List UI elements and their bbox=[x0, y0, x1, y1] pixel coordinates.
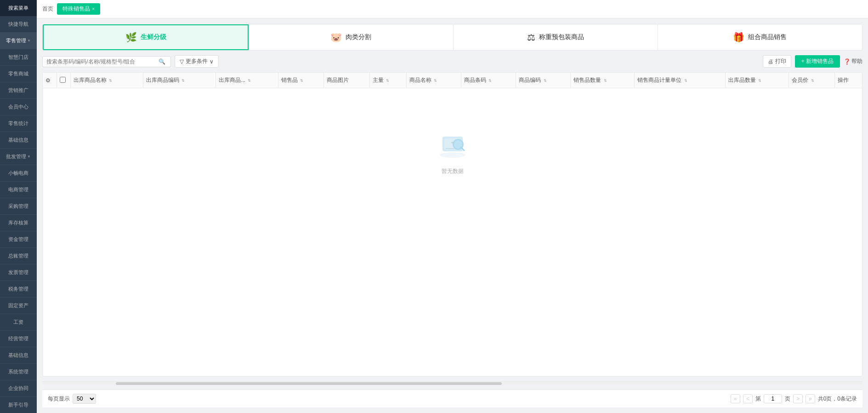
th-main-weight[interactable]: 主量 ⇅ bbox=[369, 73, 406, 88]
content-area: 🌿 生鲜分级 🐷 肉类分割 ⚖ 称重预包装商品 🎁 组合商品销售 🔍 bbox=[37, 18, 868, 413]
horizontal-scrollbar[interactable] bbox=[42, 381, 862, 385]
th-goods-code[interactable]: 商品编码 ⇅ bbox=[516, 73, 571, 88]
sidebar-item-label: 快捷导航 bbox=[8, 21, 28, 28]
data-table: ⚙ 出库商品名称 ⇅ 出库商品编码 ⇅ bbox=[43, 73, 862, 212]
last-page-button[interactable]: » bbox=[806, 394, 815, 403]
sidebar-item-label: 税务管理 bbox=[8, 286, 28, 293]
category-tabs: 🌿 生鲜分级 🐷 肉类分割 ⚖ 称重预包装商品 🎁 组合商品销售 bbox=[42, 24, 862, 51]
sidebar-item-smart-store[interactable]: 智慧门店 bbox=[0, 49, 37, 66]
new-sales-button[interactable]: + 新增销售品 bbox=[795, 55, 840, 68]
page-suffix-label: 页 bbox=[785, 395, 790, 403]
sidebar-item-label: 系统管理 bbox=[8, 368, 28, 375]
sidebar-item-member[interactable]: 会员中心 bbox=[0, 99, 37, 115]
th-out-qty[interactable]: 出库品数量 ⇅ bbox=[725, 73, 789, 88]
sidebar-item-promo[interactable]: 营销推广 bbox=[0, 82, 37, 99]
sort-icon: ⇅ bbox=[544, 79, 547, 83]
th-sales-goods[interactable]: 销售品 ⇅ bbox=[278, 73, 324, 88]
tab-weight-prepack-label: 称重预包装商品 bbox=[539, 33, 584, 41]
sidebar-item-label: 新手引导 bbox=[8, 402, 28, 408]
sort-icon: ⇅ bbox=[758, 79, 761, 83]
th-goods-barcode[interactable]: 商品条码 ⇅ bbox=[461, 73, 516, 88]
col-out-goods-x: 出库商品... bbox=[219, 77, 245, 83]
sidebar-item-wholesale-mgmt[interactable]: 批发管理 ▼ bbox=[0, 149, 37, 165]
page-size-select[interactable]: 10 20 50 100 bbox=[73, 394, 96, 404]
col-sales-goods: 销售品 bbox=[281, 77, 298, 83]
filter-label: 更多条件 bbox=[186, 57, 208, 65]
col-goods-code: 商品编码 bbox=[519, 77, 541, 83]
tab-fresh-grading[interactable]: 🌿 生鲜分级 bbox=[43, 24, 249, 50]
chevron-down-icon: ▼ bbox=[27, 155, 31, 159]
th-checkbox[interactable] bbox=[57, 73, 70, 88]
th-member-price[interactable]: 会员价 ⇅ bbox=[789, 73, 835, 88]
filter-icon: ▽ bbox=[180, 58, 184, 65]
th-out-goods-x[interactable]: 出库商品... ⇅ bbox=[216, 73, 278, 88]
sidebar-item-retail-stats[interactable]: 零售统计 bbox=[0, 115, 37, 132]
first-page-button[interactable]: « bbox=[731, 394, 740, 403]
col-out-goods-code: 出库商品编码 bbox=[146, 77, 179, 83]
th-out-goods-name[interactable]: 出库商品名称 ⇅ bbox=[70, 73, 143, 88]
sort-icon: ⇅ bbox=[248, 79, 251, 83]
sidebar-item-biz-mgmt[interactable]: 经营管理 bbox=[0, 331, 37, 347]
sidebar-item-fixed-assets[interactable]: 固定资产 bbox=[0, 298, 37, 314]
sort-icon: ⇅ bbox=[604, 79, 607, 83]
print-button[interactable]: 🖨 打印 bbox=[763, 55, 791, 68]
page-number-input[interactable] bbox=[764, 394, 782, 403]
sidebar-item-finance-mgmt[interactable]: 资金管理 bbox=[0, 231, 37, 248]
tab-combo-sales[interactable]: 🎁 组合商品销售 bbox=[658, 24, 862, 50]
select-all-checkbox[interactable] bbox=[60, 77, 66, 83]
sidebar-item-quick-nav[interactable]: 快捷导航 bbox=[0, 16, 37, 33]
tab-label: 特殊销售品 bbox=[62, 5, 90, 13]
tab-fresh-grading-label: 生鲜分级 bbox=[141, 33, 166, 41]
pagination-bar: 每页显示 10 20 50 100 « < 第 页 > » 共0页，0条记录 bbox=[42, 390, 862, 407]
filter-button[interactable]: ▽ 更多条件 ∨ bbox=[175, 55, 219, 68]
sidebar-item-basic-info[interactable]: 基础信息 bbox=[0, 132, 37, 149]
sidebar-item-retail-mgmt[interactable]: 零售管理 ▼ bbox=[0, 33, 37, 49]
th-sales-qty[interactable]: 销售品数量 ⇅ bbox=[571, 73, 635, 88]
sidebar-item-purchase-mgmt[interactable]: 采购管理 bbox=[0, 198, 37, 215]
sidebar-item-retail-mall[interactable]: 零售商城 bbox=[0, 66, 37, 82]
sidebar-item-label: 零售统计 bbox=[8, 120, 28, 127]
sidebar-item-inventory[interactable]: 库存核算 bbox=[0, 215, 37, 231]
th-settings[interactable]: ⚙ bbox=[43, 73, 57, 88]
sidebar-item-basic-info2[interactable]: 基础信息 bbox=[0, 347, 37, 364]
next-page-button[interactable]: > bbox=[793, 394, 803, 403]
sidebar-item-invoice-mgmt[interactable]: 发票管理 bbox=[0, 264, 37, 281]
search-input[interactable] bbox=[46, 58, 157, 65]
sidebar-item-ecom-mgmt[interactable]: 电商管理 bbox=[0, 182, 37, 198]
fresh-grading-icon: 🌿 bbox=[125, 32, 137, 43]
th-goods-name[interactable]: 商品名称 ⇅ bbox=[406, 73, 461, 88]
tab-meat-split[interactable]: 🐷 肉类分割 bbox=[249, 24, 453, 50]
th-sales-unit[interactable]: 销售商品计量单位 ⇅ bbox=[635, 73, 725, 88]
chevron-down-icon: ∨ bbox=[210, 58, 214, 65]
sidebar-item-label: 零售管理 bbox=[6, 37, 26, 44]
sidebar-item-new-guide[interactable]: 新手引导 bbox=[0, 397, 37, 413]
help-button[interactable]: ❓ 帮助 bbox=[844, 57, 862, 65]
sidebar-item-sys-mgmt[interactable]: 系统管理 bbox=[0, 364, 37, 380]
home-link[interactable]: 首页 bbox=[42, 5, 53, 13]
prev-page-button[interactable]: < bbox=[743, 394, 753, 403]
sidebar-item-wages[interactable]: 工资 bbox=[0, 314, 37, 331]
sidebar-item-label: 智慧门店 bbox=[8, 54, 28, 61]
sort-icon: ⇅ bbox=[386, 79, 389, 83]
sidebar-item-label: 基础信息 bbox=[8, 137, 28, 143]
close-tab-icon[interactable]: × bbox=[92, 6, 95, 11]
page-navigation: « < 第 页 > » 共0页，0条记录 bbox=[731, 394, 857, 403]
search-box[interactable]: 🔍 bbox=[42, 56, 171, 67]
sidebar-item-corp-agreement[interactable]: 企业协同 bbox=[0, 380, 37, 397]
table-body: 暂无数据 bbox=[43, 88, 862, 212]
search-icon[interactable]: 🔍 bbox=[159, 58, 165, 65]
sidebar: 搜索菜单 快捷导航 零售管理 ▼ 智慧门店 零售商城 营销推广 会员中心 零售统… bbox=[0, 0, 37, 413]
tab-meat-split-label: 肉类分割 bbox=[346, 33, 371, 41]
help-label: 帮助 bbox=[851, 57, 862, 65]
tab-weight-prepack[interactable]: ⚖ 称重预包装商品 bbox=[454, 24, 658, 50]
sidebar-item-general-ledger[interactable]: 总账管理 bbox=[0, 248, 37, 264]
special-sales-tab[interactable]: 特殊销售品 × bbox=[57, 3, 100, 15]
sidebar-item-tax-mgmt[interactable]: 税务管理 bbox=[0, 281, 37, 298]
th-out-goods-code[interactable]: 出库商品编码 ⇅ bbox=[143, 73, 216, 88]
total-label: 共0页，0条记录 bbox=[818, 395, 857, 403]
sidebar-item-mini-ecom[interactable]: 小畅电商 bbox=[0, 165, 37, 182]
sidebar-item-label: 会员中心 bbox=[8, 103, 28, 110]
sort-icon: ⇅ bbox=[182, 79, 185, 83]
sidebar-logo[interactable]: 搜索菜单 bbox=[0, 0, 37, 16]
col-sales-qty: 销售品数量 bbox=[573, 77, 601, 83]
